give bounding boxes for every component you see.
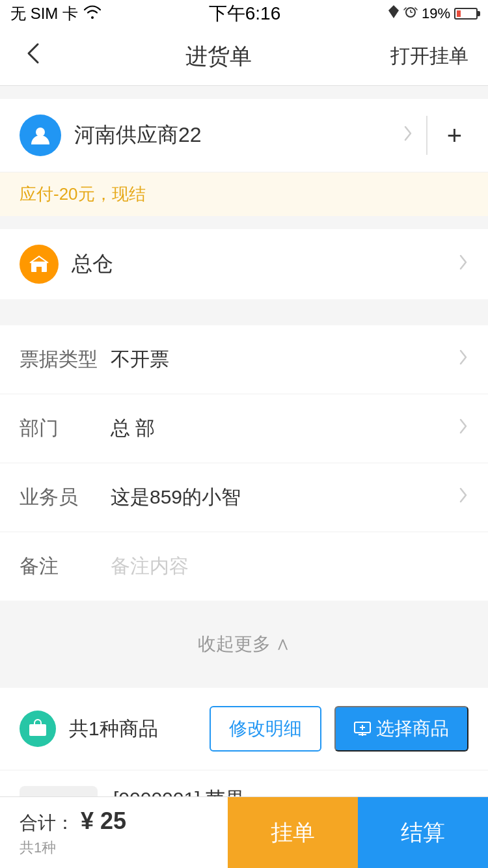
warehouse-row[interactable]: 总仓 (0, 229, 488, 299)
invoice-type-value: 不开票 (111, 346, 458, 373)
back-button[interactable] (20, 35, 47, 77)
footer: 合计： ¥ 25 共1种 挂单 结算 (0, 796, 488, 868)
note-value[interactable]: 备注内容 (111, 553, 468, 580)
invoice-type-label: 票据类型 (20, 346, 111, 373)
supplier-section: 河南供应商22 + 应付-20元，现结 (0, 99, 488, 216)
note-label: 备注 (20, 553, 111, 580)
status-bar: 无 SIM 卡 下午6:16 19% (0, 0, 488, 27)
warehouse-section: 总仓 (0, 229, 488, 299)
edit-detail-button[interactable]: 修改明细 (210, 706, 321, 752)
select-product-label: 选择商品 (376, 716, 449, 741)
supplier-row[interactable]: 河南供应商22 + (0, 99, 488, 172)
warehouse-name: 总仓 (72, 250, 458, 278)
salesman-label: 业务员 (20, 484, 111, 511)
supplier-chevron-icon (403, 124, 413, 147)
supplier-name: 河南供应商22 (74, 121, 403, 150)
battery-percent: 19% (422, 5, 450, 22)
total-sub: 共1种 (20, 838, 208, 858)
warehouse-icon (20, 245, 59, 284)
salesman-chevron-icon (458, 486, 468, 509)
department-chevron-icon (458, 417, 468, 440)
nav-bar: 进货单 打开挂单 (0, 27, 488, 86)
product-header: 共1种商品 修改明细 选择商品 (0, 688, 488, 770)
wifi-icon (83, 5, 102, 23)
page-title: 进货单 (185, 42, 252, 72)
collapse-toggle[interactable]: 收起更多 ∧ (0, 614, 488, 675)
alarm-icon (403, 5, 418, 23)
status-left: 无 SIM 卡 (10, 3, 102, 24)
settle-button[interactable]: 结算 (358, 797, 488, 868)
department-value: 总 部 (111, 415, 458, 442)
hang-button[interactable]: 挂单 (228, 797, 358, 868)
invoice-type-chevron-icon (458, 348, 468, 371)
svg-rect-6 (29, 724, 46, 736)
add-supplier-button[interactable]: + (441, 121, 468, 150)
total-amount: ¥ 25 (81, 807, 126, 835)
footer-total: 合计： ¥ 25 共1种 (0, 797, 228, 868)
supplier-avatar (20, 115, 61, 156)
svg-point-3 (36, 128, 45, 137)
warehouse-chevron-icon (458, 253, 468, 276)
carrier-text: 无 SIM 卡 (10, 3, 78, 24)
form-section: 票据类型 不开票 部门 总 部 业务员 这是859的小智 备注 备注内容 (0, 325, 488, 601)
salesman-value: 这是859的小智 (111, 484, 458, 511)
svg-rect-5 (36, 267, 42, 272)
location-icon (388, 5, 400, 23)
product-count: 共1种商品 (69, 716, 210, 742)
status-right: 19% (388, 5, 478, 23)
total-label: 合计： (20, 811, 74, 835)
note-row[interactable]: 备注 备注内容 (0, 532, 488, 601)
department-row[interactable]: 部门 总 部 (0, 394, 488, 463)
invoice-type-row[interactable]: 票据类型 不开票 (0, 325, 488, 394)
salesman-row[interactable]: 业务员 这是859的小智 (0, 463, 488, 532)
open-hang-button[interactable]: 打开挂单 (390, 43, 468, 70)
product-icon (20, 711, 56, 747)
supplier-notice: 应付-20元，现结 (0, 172, 488, 216)
supplier-divider (426, 116, 427, 155)
status-time: 下午6:16 (209, 1, 281, 26)
battery-icon (454, 8, 478, 20)
select-product-button[interactable]: 选择商品 (334, 706, 468, 752)
department-label: 部门 (20, 415, 111, 442)
